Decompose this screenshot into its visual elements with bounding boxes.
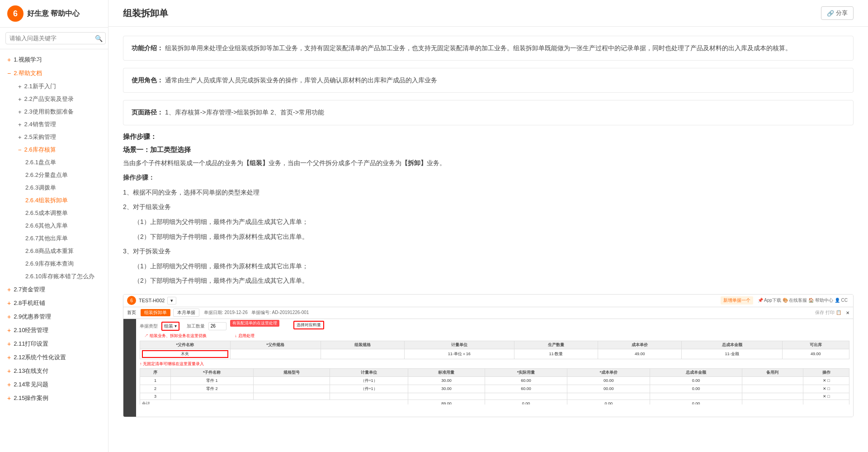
nav-sub-label: 2.4销售管理 [24, 120, 56, 128]
sidebar-item-ledger-error[interactable]: 2.6.10库存账本错了怎么办 [18, 270, 108, 283]
app-mockup: 6 TEST-H002 ▾ 新增单据一个 📌 App下载 🎨 在线客服 🏠 帮助… [123, 295, 853, 417]
th-out: 可出库 [782, 341, 849, 349]
plus-icon: + [18, 109, 22, 115]
mock-new-doc-btn[interactable]: 新增单据一个 [721, 296, 753, 305]
td2-cost3 [567, 393, 650, 400]
td2-ops3[interactable]: ✕ □ [803, 393, 849, 400]
sidebar-item-mobile[interactable]: + 2.8手机旺铺 [0, 296, 108, 310]
nav-sub-label: 2.6库存核算 [24, 146, 56, 154]
sidebar-item-help-doc[interactable]: − 2.帮助文档 [0, 67, 108, 80]
td2-ops2[interactable]: ✕ □ [803, 385, 849, 393]
sidebar-item-install[interactable]: + 2.2产品安装及登录 [11, 93, 108, 105]
sidebar-item-case[interactable]: + 2.15操作案例 [0, 391, 108, 405]
td2-avail3 [742, 393, 803, 400]
plus-icon: + [7, 395, 11, 402]
td2-std2: 30.00 [408, 385, 485, 393]
role-label: 使用角色： [132, 76, 163, 84]
plus-icon: + [18, 83, 22, 90]
plus-icon: + [7, 313, 11, 320]
sidebar-item-purchase[interactable]: + 2.5采购管理 [11, 131, 108, 143]
sidebar-item-stocktaking[interactable]: 2.6.1盘点单 [18, 156, 108, 169]
sidebar-item-inventory[interactable]: − 2.6库存核算 [11, 143, 108, 156]
sidebar-item-split-stock[interactable]: 2.6.2分量盘点单 [18, 169, 108, 181]
logo-title: 好生意 帮助中心 [27, 9, 80, 19]
logo-circle: 6 [7, 5, 24, 22]
sidebar-item-other-outbound[interactable]: 2.6.7其他出库单 [18, 232, 108, 245]
minus-icon: − [7, 70, 11, 77]
sidebar-item-sales[interactable]: + 2.4销售管理 [11, 118, 108, 131]
sidebar-item-cost-adjust[interactable]: 2.6.5成本调整单 [18, 207, 108, 219]
mock-annotation-bom: 有装配清单的在这里处理 [230, 320, 279, 327]
sidebar-item-finance[interactable]: + 2.7资金管理 [0, 283, 108, 296]
sidebar-item-assembly[interactable]: 2.6.4组装拆卸单 [18, 194, 108, 207]
mock-annotation-enable: ↓ 启用处理 [235, 333, 255, 338]
intro-label: 功能介绍： [132, 44, 163, 52]
th2-ops: 操作 [803, 368, 849, 376]
sidebar-item-faq[interactable]: + 2.14常见问题 [0, 378, 108, 391]
sidebar-item-ops[interactable]: + 2.10经营管理 [0, 324, 108, 337]
td2-avail1 [742, 376, 803, 385]
mock-btn-select[interactable]: 选择对应料量 [293, 321, 324, 329]
ops-title: 操作步骤： [123, 133, 854, 141]
th2-avail: 备用列 [742, 368, 803, 376]
mock-form-top: 单据类型 组装 ▾ 加工数量 有装配清单的在这里处理 选择对应料量 [140, 322, 849, 331]
mock-assembly-btn[interactable]: 组装拆卸单 [141, 309, 170, 316]
share-button[interactable]: 🔗 分享 [821, 6, 854, 20]
search-icon[interactable]: 🔍 [95, 35, 103, 42]
share-label: 分享 [836, 9, 848, 17]
mock-mini-sidebar [123, 319, 136, 417]
scene1-ops-label: 操作步骤： [123, 171, 854, 184]
nav-sub-label: 2.6.1盘点单 [25, 158, 56, 167]
plus-icon: + [7, 367, 11, 375]
mock-close-icon[interactable]: ✕ [846, 310, 849, 315]
sidebar-header: 6 好生意 帮助中心 [0, 0, 108, 28]
plus-icon: + [18, 96, 22, 103]
sidebar-item-print[interactable]: + 2.11打印设置 [0, 337, 108, 351]
sidebar-item-newbie[interactable]: + 2.1新手入门 [11, 80, 108, 93]
td2-actual2: 60.00 [485, 385, 567, 393]
th-prod-qty: 生产数量 [514, 341, 598, 349]
sidebar-item-label: 2.13在线支付 [14, 367, 48, 375]
sidebar-item-video[interactable]: + 1.视频学习 [0, 53, 108, 67]
main-content: 组装拆卸单 🔗 分享 功能介绍： 组装拆卸单用来处理企业组装或拆卸等加工业务，支… [108, 0, 868, 452]
share-icon: 🔗 [827, 10, 834, 17]
td2-cost2: 00.00 [567, 385, 650, 393]
mock-month-btn[interactable]: 本月单据 [173, 309, 199, 317]
sidebar-item-other-inbound[interactable]: 2.6.6其他入库单 [18, 219, 108, 232]
sidebar-item-settings[interactable]: + 2.12系统个性化设置 [0, 351, 108, 364]
sidebar-item-online-pay[interactable]: + 2.13在线支付 [0, 364, 108, 378]
td2-ops1[interactable]: ✕ □ [803, 376, 849, 385]
mock-td-out: 49.00 [782, 349, 849, 359]
plus-icon: + [7, 354, 11, 361]
nav-sub-label: 2.6.3调拨单 [25, 184, 56, 192]
search-input[interactable] [5, 32, 106, 44]
td2-std3 [408, 393, 485, 400]
mock-td-unit: 11-单位＋16 [404, 349, 514, 359]
th2-total-cost: 总成本金额 [650, 368, 742, 376]
sidebar-item-inventory-ledger[interactable]: 2.6.9库存账本查询 [18, 257, 108, 270]
mock-dropdown[interactable]: ▾ [167, 297, 176, 305]
sidebar-item-coupon[interactable]: + 2.9优惠券管理 [0, 310, 108, 324]
sidebar-item-cost-recalc[interactable]: 2.6.8商品成本重算 [18, 245, 108, 257]
sidebar-item-transfer[interactable]: 2.6.3调拨单 [18, 181, 108, 194]
mock-type-select[interactable]: 组装 ▾ [161, 322, 179, 331]
mock-qty-input[interactable] [208, 322, 226, 330]
scene1-step2b: （2）下部明细为子件明细，最终作为原材料生成其它出库单。 [123, 231, 854, 243]
td2-unit1: （件÷1） [330, 376, 408, 385]
th2-actual-qty: *实际用量 [485, 368, 567, 376]
mock-second-toolbar: 首页 组装拆卸单 本月单据 单据日期: 2019-12-26 单据编号: AD-… [123, 307, 853, 319]
td2-spec2 [253, 385, 330, 393]
sidebar-item-data-prep[interactable]: + 2.3使用前数据准备 [11, 105, 108, 118]
scene1-desc: 当由多个子件材料组装成一个成品的业务为【组装】业务，当由一个父件拆分成多个子产品… [123, 157, 854, 169]
mock-td-qty: 11-数量 [514, 349, 598, 359]
td2-footer-ops [803, 400, 849, 404]
mock-td-spec [230, 349, 321, 359]
td2-actual1: 60.00 [485, 376, 567, 385]
scene1-step1: 1、根据不同的业务，选择不同单据的类型来处理 [123, 186, 854, 199]
td2-total3 [650, 393, 742, 400]
search-box: 🔍 [0, 28, 108, 49]
role-text: 通常由生产人员或库管人员完成拆装业务的操作，库管人员确认原材料的出库和产成品的入… [165, 76, 437, 84]
scene1-step3a: （1）上部明细为父件明细，最终作为原材料生成其它出库单； [123, 260, 854, 272]
td2-3: 3 [140, 393, 171, 400]
sidebar: 6 好生意 帮助中心 🔍 + 1.视频学习 − 2.帮助文档 + 2.1新手入门… [0, 0, 108, 452]
